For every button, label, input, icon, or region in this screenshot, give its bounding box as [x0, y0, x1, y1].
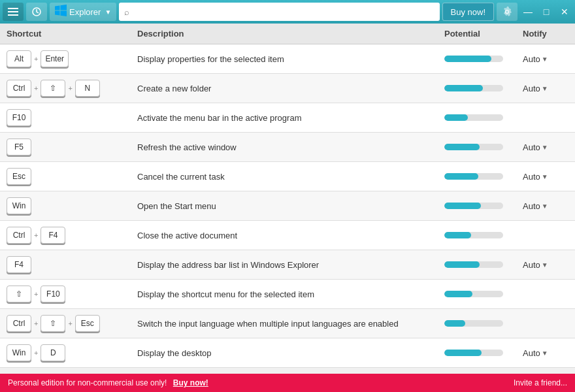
theme-button[interactable]	[26, 3, 47, 21]
progress-bar	[444, 85, 483, 91]
key-separator: +	[34, 55, 38, 63]
table-row: Ctrl+⇧+EscSwitch the input language when…	[0, 309, 575, 338]
progress-bar-container	[444, 85, 503, 91]
key-badge: Enter	[41, 50, 69, 67]
notify-arrow-icon: ▼	[542, 56, 548, 63]
key-badge: F10	[41, 286, 65, 302]
notify-arrow-icon: ▼	[542, 350, 548, 357]
key-badge: Esc	[75, 315, 100, 332]
progress-bar	[444, 173, 478, 180]
potential-cell	[444, 320, 523, 327]
notify-cell[interactable]: Auto▼	[523, 84, 568, 93]
description-cell: Display the desktop	[137, 348, 444, 358]
key-badge: Ctrl	[7, 80, 31, 97]
description-column-header: Description	[137, 29, 444, 39]
key-separator: +	[34, 349, 38, 357]
close-button[interactable]: ✕	[557, 4, 572, 20]
key-separator: +	[34, 290, 38, 298]
progress-bar	[444, 114, 468, 121]
progress-bar	[444, 350, 482, 356]
description-cell: Close the active document	[137, 231, 444, 240]
notify-cell[interactable]: Auto▼	[523, 142, 568, 152]
maximize-button[interactable]: □	[538, 4, 554, 20]
description-cell: Display the shortcut menu for the select…	[137, 289, 444, 299]
search-input[interactable]	[119, 3, 439, 21]
notify-label: Auto	[523, 54, 540, 64]
notify-cell[interactable]: Auto▼	[523, 201, 568, 211]
description-cell: Switch the input language when multiple …	[137, 319, 444, 329]
key-badge: F4	[7, 256, 31, 273]
key-badge: Win	[7, 344, 31, 361]
notify-arrow-icon: ▼	[542, 85, 548, 92]
key-separator: +	[34, 319, 38, 327]
potential-column-header: Potential	[444, 29, 523, 39]
progress-bar-container	[444, 320, 503, 327]
table-row: F4Display the address bar list in Window…	[0, 250, 575, 280]
key-badge: Alt	[7, 50, 31, 67]
progress-bar-container	[444, 261, 503, 268]
menu-button[interactable]	[3, 3, 24, 21]
shortcut-cell: ⇧+F10	[7, 286, 137, 302]
description-cell: Cancel the current task	[137, 172, 444, 182]
shortcut-cell: F10	[7, 109, 137, 126]
notify-dropdown[interactable]: Auto▼	[523, 142, 548, 152]
description-cell: Open the Start menu	[137, 201, 444, 211]
table-row: Ctrl+⇧+NCreate a new folderAuto▼	[0, 74, 575, 103]
app-label[interactable]: Explorer ▼	[50, 3, 116, 21]
notify-label: Auto	[523, 201, 540, 211]
notify-cell[interactable]: Auto▼	[523, 54, 568, 64]
potential-cell	[444, 291, 523, 297]
svg-rect-2	[8, 14, 18, 16]
notify-cell[interactable]: Auto▼	[523, 172, 568, 182]
table-row: EscCancel the current taskAuto▼	[0, 162, 575, 191]
notify-dropdown[interactable]: Auto▼	[523, 260, 548, 270]
notify-dropdown[interactable]: Auto▼	[523, 201, 548, 211]
progress-bar	[444, 203, 481, 209]
notify-dropdown[interactable]: Auto▼	[523, 348, 548, 358]
progress-bar-container	[444, 232, 503, 238]
progress-bar	[444, 232, 471, 238]
titlebar: Explorer ▼ Buy now! — □ ✕	[0, 0, 575, 24]
dropdown-arrow-icon: ▼	[105, 8, 111, 16]
progress-bar	[444, 320, 465, 327]
key-badge: D	[41, 344, 65, 361]
table-row: Win+DDisplay the desktopAuto▼	[0, 338, 575, 368]
notify-dropdown[interactable]: Auto▼	[523, 54, 548, 64]
table-header: Shortcut Description Potential Notify	[0, 24, 575, 44]
minimize-button[interactable]: —	[520, 4, 536, 20]
notify-arrow-icon: ▼	[542, 261, 548, 269]
potential-cell	[444, 261, 523, 268]
notify-arrow-icon: ▼	[542, 203, 548, 210]
notify-dropdown[interactable]: Auto▼	[523, 172, 548, 182]
progress-bar-container	[444, 203, 503, 209]
svg-rect-0	[8, 8, 18, 9]
notify-label: Auto	[523, 260, 540, 270]
shortcut-cell: F5	[7, 139, 137, 155]
notify-label: Auto	[523, 142, 540, 152]
description-cell: Refresh the active window	[137, 142, 444, 152]
shortcut-cell: Ctrl+⇧+Esc	[7, 315, 137, 332]
key-separator: +	[68, 84, 72, 92]
key-badge: Ctrl	[7, 227, 31, 244]
progress-bar-container	[444, 114, 503, 121]
notify-dropdown[interactable]: Auto▼	[523, 84, 548, 93]
buy-now-button[interactable]: Buy now!	[442, 3, 494, 21]
bottom-buy-button[interactable]: Buy now!	[173, 378, 208, 387]
progress-bar	[444, 261, 480, 268]
notify-cell[interactable]: Auto▼	[523, 348, 568, 358]
key-badge: F4	[41, 227, 65, 244]
potential-cell	[444, 203, 523, 209]
settings-button[interactable]	[497, 3, 518, 21]
progress-bar-container	[444, 291, 503, 297]
progress-bar	[444, 56, 491, 62]
notify-label: Auto	[523, 84, 540, 93]
table-row: Ctrl+F4Close the active document	[0, 221, 575, 250]
shortcut-cell: Win	[7, 197, 137, 214]
potential-cell	[444, 350, 523, 356]
invite-button[interactable]: Invite a friend...	[514, 378, 567, 387]
key-separator: +	[34, 84, 38, 92]
notify-cell[interactable]: Auto▼	[523, 260, 568, 270]
windows-icon	[55, 5, 67, 19]
progress-bar	[444, 291, 472, 297]
notify-column-header: Notify	[523, 29, 568, 39]
